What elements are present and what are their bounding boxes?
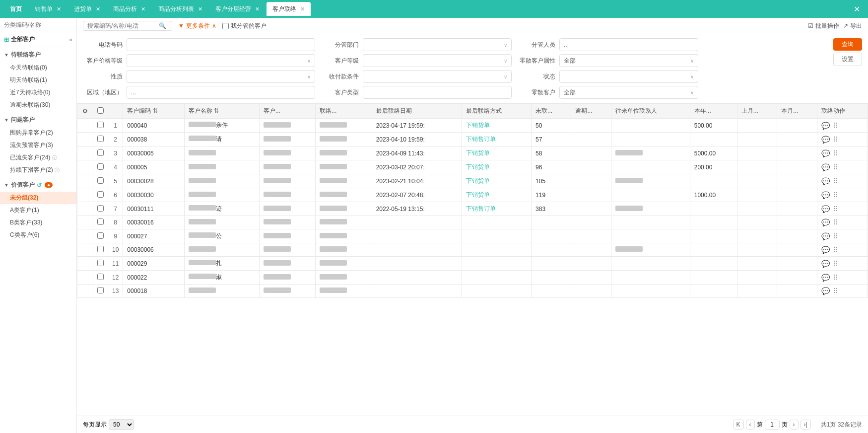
row-checkbox[interactable] [97,260,104,266]
filter-input-attr[interactable]: 全部∨ [559,54,698,67]
sidebar-item-ungroup[interactable]: 未分组(32) [0,192,76,204]
row-checkbox[interactable] [97,246,104,252]
th-overdue[interactable]: 逾期... [571,104,611,119]
window-close-icon[interactable]: ✕ [850,4,864,14]
more-action-icon[interactable]: ⠿ [833,218,838,226]
filter-btn[interactable]: ▼ 更多条件 ∧ [178,22,216,30]
tab-product-list[interactable]: 商品分析列表 ✕ [152,2,208,16]
refresh-icon[interactable]: ↺ [37,182,42,189]
page-input[interactable] [765,420,780,430]
contact-way-link[interactable]: 下销货单 [466,191,490,198]
row-checkbox-col[interactable] [93,174,108,188]
row-last-way[interactable]: 下销货单 [462,160,531,174]
row-last-way[interactable]: 下销售订单 [462,202,531,216]
row-checkbox[interactable] [97,287,104,293]
row-last-way[interactable]: 下销售订单 [462,133,531,146]
contact-action-icon[interactable]: 💬 [821,177,830,185]
filter-input-phone[interactable] [127,38,315,51]
tab-sales[interactable]: 销售单 ✕ [29,2,67,16]
more-action-icon[interactable]: ⠿ [833,191,838,199]
row-checkbox[interactable] [97,218,104,225]
tab-customer-contact-close[interactable]: ✕ [300,6,305,12]
row-checkbox-col[interactable] [93,146,108,160]
th-this-year[interactable]: 本年... [690,104,737,119]
sidebar-collapse-btn[interactable]: « [69,36,72,43]
tab-product-analysis-close[interactable]: ✕ [141,6,145,12]
contact-action-icon[interactable]: 💬 [821,232,830,240]
tab-home[interactable]: 首页 [4,5,28,13]
row-checkbox-col[interactable] [93,285,108,298]
row-checkbox[interactable] [97,122,104,128]
row-last-way[interactable]: 下销货单 [462,174,531,188]
row-checkbox[interactable] [97,136,104,142]
tab-customer-segment[interactable]: 客户分层经营 ✕ [209,2,266,16]
th-this-month[interactable]: 本月... [777,104,817,119]
filter-input-payment[interactable]: ∨ [363,70,512,83]
contact-action-icon[interactable]: 💬 [821,149,830,157]
row-last-way[interactable] [462,229,531,243]
my-customer-checkbox[interactable] [222,23,229,29]
th-name[interactable]: 客户名称 ⇅ [184,104,259,119]
row-checkbox-col[interactable] [93,243,108,257]
sidebar-section-pending-title[interactable]: ▼ 待联络客户 [0,48,76,62]
contact-way-link[interactable]: 下销售订单 [466,136,496,143]
row-checkbox[interactable] [97,163,104,170]
sidebar-section-problem-title[interactable]: ▼ 问题客户 [0,113,76,127]
contact-way-link[interactable]: 下销货单 [466,163,490,170]
sidebar-item-churn-warning[interactable]: 流失预警客户(3) [0,139,76,151]
search-input-wrap[interactable]: 🔍 [83,21,172,31]
tab-product-analysis[interactable]: 商品分析 ✕ [107,2,151,16]
contact-action-icon[interactable]: 💬 [821,287,830,295]
sidebar-item-7days[interactable]: 近7天待联络(0) [0,86,76,99]
th-no-contact[interactable]: 未联... [532,104,571,119]
row-checkbox-col[interactable] [93,119,108,133]
sidebar-item-today[interactable]: 今天待联络(0) [0,62,76,74]
row-last-way[interactable]: 下销货单 [462,146,531,160]
filter-input-region[interactable]: ... [127,86,315,99]
more-action-icon[interactable]: ⠿ [833,260,838,268]
sidebar-item-a-class[interactable]: A类客户(1) [0,204,76,216]
row-last-way[interactable] [462,243,531,257]
tab-customer-segment-close[interactable]: ✕ [255,6,260,12]
th-last-month[interactable]: 上月... [737,104,777,119]
th-code[interactable]: 客户编码 ⇅ [123,104,184,119]
th-contact[interactable]: 联络... [316,104,372,119]
more-action-icon[interactable]: ⠿ [833,122,838,130]
row-checkbox-col[interactable] [93,160,108,174]
search-icon[interactable]: 🔍 [159,22,166,29]
sidebar-search-input[interactable] [4,21,77,28]
row-last-way[interactable]: 下销货单 [462,188,531,202]
more-action-icon[interactable]: ⠿ [833,205,838,213]
contact-action-icon[interactable]: 💬 [821,260,830,268]
tab-customer-contact[interactable]: 客户联络 ✕ [267,2,311,16]
contact-way-link[interactable]: 下销货单 [466,177,490,184]
row-checkbox[interactable] [97,177,104,184]
contact-action-icon[interactable]: 💬 [821,218,830,226]
th-settings[interactable]: ⚙ [77,104,93,119]
tab-sales-close[interactable]: ✕ [57,6,61,12]
filter-input-type[interactable] [363,86,512,99]
select-all-checkbox[interactable] [97,107,104,114]
th-last-way[interactable]: 最后联络方式 [462,104,531,119]
row-checkbox[interactable] [97,149,104,156]
reset-button[interactable]: 设置 [833,53,862,66]
more-action-icon[interactable]: ⠿ [833,149,838,157]
sidebar-item-tomorrow[interactable]: 明天待联络(1) [0,74,76,86]
filter-input-level[interactable]: ∨ [363,54,512,67]
row-last-way[interactable]: 下销货单 [462,119,531,133]
row-checkbox-col[interactable] [93,271,108,285]
more-action-icon[interactable]: ⠿ [833,274,838,282]
row-last-way[interactable] [462,216,531,229]
last-page-btn[interactable]: ›| [801,420,811,430]
contact-way-link[interactable]: 下销售订单 [466,205,496,212]
th-last-date[interactable]: 最后联络日期 [372,104,462,119]
th-checkbox[interactable] [93,104,108,119]
filter-input-nature[interactable]: ∨ [127,70,315,83]
row-last-way[interactable] [462,271,531,285]
query-button[interactable]: 查询 [833,38,862,51]
filter-input-sparse[interactable]: 全部∨ [559,86,698,99]
more-action-icon[interactable]: ⠿ [833,287,838,295]
row-checkbox-col[interactable] [93,188,108,202]
batch-action-btn[interactable]: ☑ 批量操作 [808,22,839,30]
row-checkbox[interactable] [97,274,104,280]
